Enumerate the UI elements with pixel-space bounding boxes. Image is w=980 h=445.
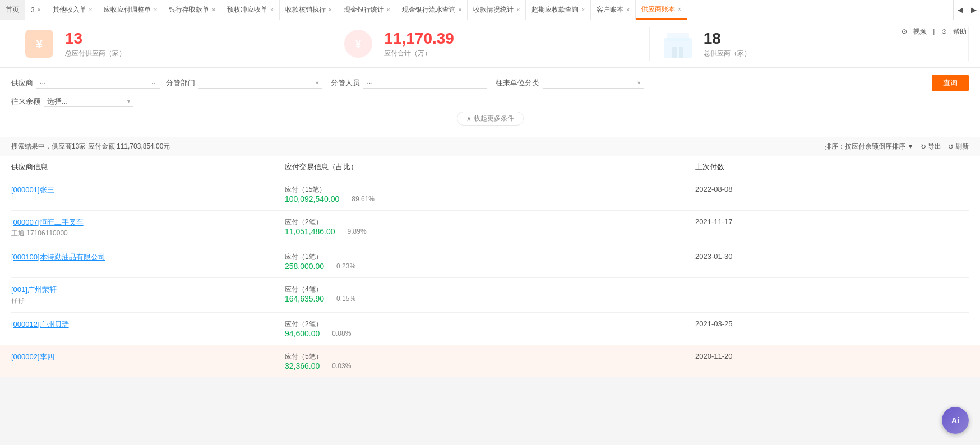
filter-person: 分管人员	[331, 77, 487, 89]
collapse-button[interactable]: ∧ 收起更多条件	[11, 112, 969, 126]
nav-tab-advance-offset[interactable]: 预收冲应收单 ×	[221, 0, 280, 20]
payable-pct-5: 0.03%	[332, 362, 351, 370]
result-bar: 搜索结果中，供应商13家 应付金额 111,703,854.00元 排序：按应付…	[0, 137, 980, 156]
nav-tab-overdue-ar-label: 超期应收款查询	[531, 5, 579, 15]
payable-info-4: 应付（2笔） 94,600.00 0.08%	[285, 319, 695, 338]
close-icon[interactable]: ×	[626, 7, 630, 13]
stat-payable-suppliers-content: 13 总应付供应商（家）	[65, 29, 126, 59]
payable-pct-3: 0.15%	[336, 295, 355, 303]
sort-label: 排序：按应付余额倒序排序	[825, 142, 905, 150]
close-icon[interactable]: ×	[270, 7, 274, 13]
nav-tab-bank-deposit[interactable]: 银行存取款单 ×	[163, 0, 221, 20]
supplier-link-5[interactable]: [000002]李四	[11, 352, 285, 362]
col-header-payable: 应付交易信息（占比）	[285, 162, 695, 172]
balance-select[interactable]: 选择...	[44, 96, 133, 107]
nav-tab-3[interactable]: 3 ×	[25, 0, 47, 20]
supplier-link-1[interactable]: [000007]恒旺二手叉车	[11, 217, 285, 228]
payable-pct-0: 89.61%	[352, 195, 375, 203]
last-pay-date-4: 2021-03-25	[695, 319, 733, 328]
person-input[interactable]	[363, 77, 487, 89]
close-icon[interactable]: ×	[516, 7, 520, 13]
result-summary: 搜索结果中，供应商13家 应付金额 111,703,854.00元	[11, 142, 170, 151]
col-header-lastpay: 上次付数	[695, 162, 969, 172]
stat-payable-total-content: 11,170.39 应付合计（万）	[384, 29, 454, 59]
nav-tab-cash-flow-label: 现金银行流水查询	[402, 5, 456, 15]
payable-info-2: 应付（1笔） 258,000.00 0.23%	[285, 252, 695, 271]
close-icon[interactable]: ×	[154, 7, 157, 13]
nav-tab-receipt-stats-label: 收款情况统计	[473, 5, 514, 15]
refresh-icon: ↺	[948, 143, 954, 151]
filter-row-2: 往来余额 选择...	[11, 96, 969, 107]
supplier-link-0[interactable]: [000001]张三	[11, 185, 285, 195]
supplier-info-3: [001]广州荣轩 仔仔	[11, 285, 285, 305]
payable-amount-4: 94,600.00	[285, 329, 320, 338]
nav-tab-supplier-account[interactable]: 供应商账本 ×	[636, 0, 687, 20]
nav-tab-receipt-execute[interactable]: 收款核销执行 ×	[280, 0, 338, 20]
circle-icon: ⊙	[902, 27, 907, 35]
supplier-link-3[interactable]: [001]广州荣轩	[11, 285, 285, 295]
svg-text:¥: ¥	[355, 39, 361, 50]
payable-pct-1: 9.89%	[348, 228, 367, 235]
close-icon[interactable]: ×	[38, 7, 41, 13]
chevron-down-icon: ▼	[907, 142, 914, 150]
filter-area: 供应商 ··· 分管部门 分管人员 往来单位分类 查询	[0, 68, 980, 137]
nav-tab-supplier-account-label: 供应商账本	[641, 4, 675, 14]
stat-payable-total: ¥ 11,170.39 应付合计（万）	[330, 27, 649, 61]
payable-total-amount: 11,170.39	[384, 29, 454, 48]
nav-tab-other-income[interactable]: 其他收入单 ×	[47, 0, 99, 20]
balance-select-wrap: 选择...	[44, 96, 133, 107]
dept-select[interactable]	[198, 77, 322, 89]
table-row: [000012]广州贝瑞 应付（2笔） 94,600.00 0.08% 2021…	[11, 313, 969, 345]
table-header: 供应商信息 应付交易信息（占比） 上次付数	[11, 156, 969, 178]
last-pay-2: 2023-01-30	[695, 252, 969, 261]
svg-rect-5	[667, 33, 689, 41]
nav-next-arrow[interactable]: ▶	[967, 0, 980, 20]
svg-text:¥: ¥	[36, 37, 43, 51]
nav-tab-other-income-label: 其他收入单	[53, 5, 86, 15]
video-link[interactable]: 视频	[913, 27, 927, 35]
supplier-ellipsis: ···	[152, 80, 157, 86]
nav-tab-overdue-ar[interactable]: 超期应收款查询 ×	[526, 0, 591, 20]
close-icon[interactable]: ×	[89, 7, 93, 13]
collapse-label: 收起更多条件	[474, 114, 514, 123]
supplier-input[interactable]	[36, 77, 160, 89]
close-icon[interactable]: ×	[212, 7, 215, 13]
close-icon[interactable]: ×	[678, 6, 681, 12]
close-icon[interactable]: ×	[329, 7, 332, 13]
filter-balance: 往来余额 选择...	[11, 96, 133, 107]
supplier-link-2[interactable]: [000100]本特勤油品有限公司	[11, 252, 285, 262]
nav-tab-cash-stats[interactable]: 现金银行统计 ×	[338, 0, 396, 20]
nav-tab-customer-account[interactable]: 客户账本 ×	[591, 0, 636, 20]
stat-total-suppliers-content: 18 总供应商（家）	[704, 29, 751, 59]
close-icon[interactable]: ×	[387, 7, 390, 13]
refresh-button[interactable]: ↺ 刷新	[948, 142, 969, 151]
payable-note-4: 应付（2笔）	[285, 319, 695, 329]
sort-select[interactable]: 排序：按应付余额倒序排序 ▼	[825, 142, 914, 151]
close-icon[interactable]: ×	[581, 7, 585, 13]
top-navigation: 首页 3 × 其他收入单 × 应收应付调整单 × 银行存取款单 × 预收冲应收单…	[0, 0, 980, 20]
nav-tab-ar-adjust[interactable]: 应收应付调整单 ×	[98, 0, 163, 20]
export-label: 导出	[928, 142, 941, 151]
result-bar-right: 排序：按应付余额倒序排序 ▼ ↻ 导出 ↺ 刷新	[825, 142, 969, 151]
svg-rect-6	[672, 47, 677, 58]
export-button[interactable]: ↻ 导出	[921, 142, 941, 151]
help-link[interactable]: 帮助	[953, 27, 967, 35]
last-pay-0: 2022-08-08	[695, 185, 969, 193]
payable-total-label: 应付合计（万）	[384, 49, 454, 58]
payable-note-2: 应付（1笔）	[285, 252, 695, 262]
svg-rect-4	[664, 38, 692, 58]
nav-tab-receipt-stats[interactable]: 收款情况统计 ×	[468, 0, 526, 20]
supplier-link-4[interactable]: [000012]广州贝瑞	[11, 319, 285, 330]
query-button[interactable]: 查询	[932, 75, 969, 91]
payable-info-5: 应付（5笔） 32,366.00 0.03%	[285, 352, 695, 370]
nav-tab-cash-flow[interactable]: 现金银行流水查询 ×	[396, 0, 468, 20]
close-icon[interactable]: ×	[459, 7, 462, 13]
nav-tab-advance-offset-label: 预收冲应收单	[227, 5, 267, 15]
nav-tab-home[interactable]: 首页	[0, 0, 25, 20]
nav-prev-arrow[interactable]: ◀	[953, 0, 967, 20]
payable-pct-4: 0.08%	[332, 330, 351, 337]
supplier-info-2: [000100]本特勤油品有限公司	[11, 252, 285, 262]
unit-type-select[interactable]	[543, 77, 644, 89]
nav-tab-home-label: 首页	[6, 5, 19, 15]
payable-suppliers-count: 13	[65, 29, 126, 48]
